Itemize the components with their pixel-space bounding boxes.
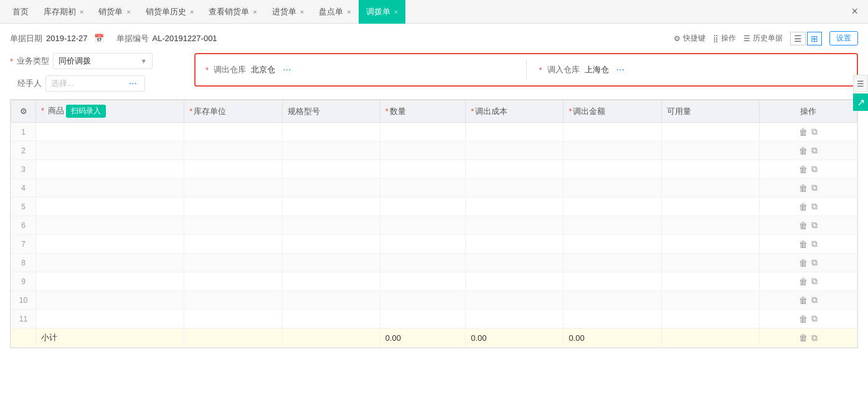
cost-cell-10[interactable]	[466, 291, 564, 310]
cost-cell-11[interactable]	[466, 310, 564, 328]
history-action[interactable]: ☰ 历史单据	[743, 33, 783, 44]
gear-header[interactable]: ⚙	[11, 100, 36, 123]
tab-inventory-check[interactable]: 盘点单 ×	[311, 0, 358, 24]
out-warehouse-ellipsis[interactable]: ···	[280, 64, 293, 75]
spec-cell-9[interactable]	[282, 272, 380, 291]
available-cell-4[interactable]	[661, 179, 759, 198]
available-cell-9[interactable]	[661, 272, 759, 291]
qty-cell-5[interactable]	[380, 198, 466, 216]
unit-cell-11[interactable]	[184, 310, 282, 328]
qty-cell-7[interactable]	[380, 235, 466, 254]
qty-cell-6[interactable]	[380, 216, 466, 235]
copy-row-3[interactable]: ⧉	[811, 164, 818, 174]
spec-cell-1[interactable]	[282, 123, 380, 141]
delete-row-11[interactable]: 🗑	[799, 314, 808, 324]
delete-row-4[interactable]: 🗑	[799, 183, 808, 193]
copy-row-4[interactable]: ⧉	[811, 183, 818, 193]
qty-cell-8[interactable]	[380, 254, 466, 272]
tab-close-inventory-check[interactable]: ×	[347, 8, 351, 16]
spec-cell-4[interactable]	[282, 179, 380, 198]
goods-cell-6[interactable]	[36, 216, 184, 235]
goods-cell-10[interactable]	[36, 291, 184, 310]
handler-ellipsis[interactable]: ···	[126, 78, 139, 89]
qty-cell-10[interactable]	[380, 291, 466, 310]
unit-cell-10[interactable]	[184, 291, 282, 310]
copy-row-10[interactable]: ⧉	[811, 295, 818, 305]
unit-cell-8[interactable]	[184, 254, 282, 272]
delete-row-7[interactable]: 🗑	[799, 239, 808, 249]
available-cell-6[interactable]	[661, 216, 759, 235]
ops-action[interactable]: ⣿ 操作	[713, 33, 736, 44]
delete-row-8[interactable]: 🗑	[799, 258, 808, 268]
cost-cell-7[interactable]	[466, 235, 564, 254]
amount-cell-8[interactable]	[564, 254, 661, 272]
copy-row-2[interactable]: ⧉	[811, 145, 818, 156]
tab-close-view-sales[interactable]: ×	[253, 8, 257, 16]
goods-cell-5[interactable]	[36, 198, 184, 216]
tab-transfer[interactable]: 调拨单 ×	[359, 0, 405, 24]
goods-cell-2[interactable]	[36, 141, 184, 160]
cost-cell-5[interactable]	[466, 198, 564, 216]
sidebar-expand-icon[interactable]: ↗	[853, 93, 868, 111]
qty-cell-1[interactable]	[380, 123, 466, 141]
copy-row-6[interactable]: ⧉	[811, 220, 818, 231]
copy-row-9[interactable]: ⧉	[811, 276, 818, 287]
tab-close-transfer[interactable]: ×	[394, 8, 398, 16]
unit-cell-1[interactable]	[184, 123, 282, 141]
tab-home[interactable]: 首页	[5, 0, 36, 24]
amount-cell-11[interactable]	[564, 310, 661, 328]
in-warehouse-ellipsis[interactable]: ···	[614, 64, 627, 75]
qty-cell-9[interactable]	[380, 272, 466, 291]
copy-row-8[interactable]: ⧉	[811, 257, 818, 268]
unit-cell-5[interactable]	[184, 198, 282, 216]
unit-cell-2[interactable]	[184, 141, 282, 160]
tab-view-sales[interactable]: 查看销货单 ×	[201, 0, 264, 24]
unit-cell-3[interactable]	[184, 160, 282, 179]
delete-row-9[interactable]: 🗑	[799, 277, 808, 287]
goods-cell-8[interactable]	[36, 254, 184, 272]
available-cell-3[interactable]	[661, 160, 759, 179]
copy-row-7[interactable]: ⧉	[811, 239, 818, 249]
tab-close-purchase[interactable]: ×	[300, 8, 304, 16]
available-cell-7[interactable]	[661, 235, 759, 254]
delete-row-6[interactable]: 🗑	[799, 221, 808, 231]
delete-row-3[interactable]: 🗑	[799, 164, 808, 174]
goods-cell-9[interactable]	[36, 272, 184, 291]
handler-select[interactable]: 选择... ···	[45, 75, 145, 92]
calendar-icon[interactable]: 📅	[94, 34, 104, 43]
tab-close-inventory-init[interactable]: ×	[80, 8, 83, 16]
amount-cell-10[interactable]	[564, 291, 661, 310]
sidebar-list-icon[interactable]: ☰	[853, 75, 868, 92]
cost-cell-9[interactable]	[466, 272, 564, 291]
scan-button[interactable]: 扫码录入	[66, 105, 106, 118]
amount-cell-5[interactable]	[564, 198, 661, 216]
gear-icon[interactable]: ⚙	[20, 107, 27, 116]
goods-cell-7[interactable]	[36, 235, 184, 254]
copy-row-5[interactable]: ⧉	[811, 201, 818, 212]
amount-cell-9[interactable]	[564, 272, 661, 291]
subtotal-copy[interactable]: ⧉	[811, 333, 818, 343]
tab-inventory-init[interactable]: 库存期初 ×	[36, 0, 91, 24]
shortcut-action[interactable]: ⚙ 快捷键	[674, 33, 705, 44]
delete-row-2[interactable]: 🗑	[799, 146, 808, 156]
spec-cell-6[interactable]	[282, 216, 380, 235]
tab-close-sales-order[interactable]: ×	[126, 8, 130, 16]
amount-cell-1[interactable]	[564, 123, 661, 141]
copy-row-1[interactable]: ⧉	[811, 126, 818, 137]
qty-cell-2[interactable]	[380, 141, 466, 160]
view-list-icon[interactable]: ☰	[790, 32, 806, 45]
cost-cell-1[interactable]	[466, 123, 564, 141]
available-cell-10[interactable]	[661, 291, 759, 310]
cost-cell-3[interactable]	[466, 160, 564, 179]
spec-cell-5[interactable]	[282, 198, 380, 216]
spec-cell-11[interactable]	[282, 310, 380, 328]
settings-button[interactable]: 设置	[829, 31, 858, 45]
window-close-button[interactable]: ×	[846, 5, 863, 18]
cost-cell-4[interactable]	[466, 179, 564, 198]
copy-row-11[interactable]: ⧉	[811, 313, 818, 324]
amount-cell-3[interactable]	[564, 160, 661, 179]
spec-cell-10[interactable]	[282, 291, 380, 310]
available-cell-11[interactable]	[661, 310, 759, 328]
cost-cell-6[interactable]	[466, 216, 564, 235]
tab-sales-order[interactable]: 销货单 ×	[91, 0, 138, 24]
